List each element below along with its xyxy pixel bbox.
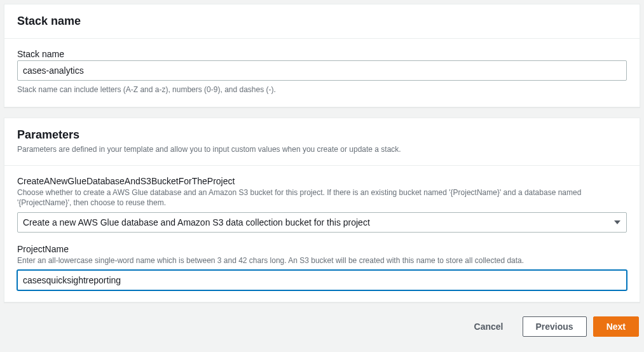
create-db-select[interactable]: Create a new AWS Glue database and Amazo… — [17, 212, 627, 233]
stack-name-panel: Stack name Stack name Stack name can inc… — [4, 4, 640, 107]
next-button[interactable]: Next — [593, 316, 639, 337]
project-name-input[interactable] — [17, 270, 627, 290]
stack-name-field: Stack name Stack name can include letter… — [17, 49, 627, 95]
create-db-help: Choose whether to create a AWS Glue data… — [17, 187, 627, 209]
create-db-select-wrap: Create a new AWS Glue database and Amazo… — [17, 212, 627, 233]
parameters-desc: Parameters are defined in your template … — [17, 144, 627, 155]
previous-button[interactable]: Previous — [523, 316, 587, 337]
stack-name-input[interactable] — [17, 60, 627, 81]
stack-name-panel-header: Stack name — [4, 4, 640, 39]
wizard-footer: Cancel Previous Next — [0, 313, 644, 342]
parameters-panel-body: CreateANewGlueDatabaseAndS3BucketForTheP… — [4, 166, 640, 302]
parameters-panel: Parameters Parameters are defined in you… — [4, 118, 640, 302]
create-db-field: CreateANewGlueDatabaseAndS3BucketForTheP… — [17, 176, 627, 233]
create-db-label: CreateANewGlueDatabaseAndS3BucketForTheP… — [17, 176, 627, 186]
stack-name-label: Stack name — [17, 49, 627, 59]
project-name-label: ProjectName — [17, 244, 627, 254]
parameters-panel-header: Parameters Parameters are defined in you… — [4, 118, 640, 166]
parameters-title: Parameters — [17, 128, 627, 142]
project-name-help: Enter an all-lowercase single-word name … — [17, 255, 627, 266]
project-name-field: ProjectName Enter an all-lowercase singl… — [17, 244, 627, 290]
stack-name-title: Stack name — [17, 15, 627, 28]
cancel-button[interactable]: Cancel — [462, 316, 516, 337]
stack-name-help: Stack name can include letters (A-Z and … — [17, 85, 627, 95]
stack-name-panel-body: Stack name Stack name can include letter… — [4, 39, 640, 107]
